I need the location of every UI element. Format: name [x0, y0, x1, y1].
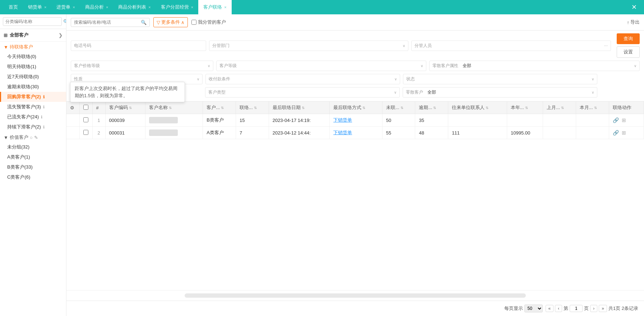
sidebar-item-7days-pending[interactable]: 近7天待联络(0)	[0, 72, 66, 82]
sort-icon-no-contact[interactable]: ⇅	[400, 106, 403, 110]
first-page-button[interactable]: «	[546, 305, 554, 312]
sidebar-all-customers-header[interactable]: ⊞ 全部客户 ❯	[0, 29, 66, 42]
pen-icon[interactable]: ✎	[34, 135, 38, 140]
contact-method-link[interactable]: 下销货单	[333, 130, 352, 135]
action-icon-link[interactable]: 🔗	[613, 117, 619, 123]
settings-col-icon[interactable]: ⚙	[70, 105, 74, 110]
row-checkbox-cell[interactable]	[79, 114, 92, 127]
price-level-field[interactable]: 客户价格等级 ∨	[71, 61, 213, 71]
sort-icon-code[interactable]: ⇅	[129, 106, 132, 110]
sort-icon-name[interactable]: ⇅	[169, 106, 172, 110]
collapse-arrow-icon[interactable]: ❯	[59, 33, 62, 38]
sort-icon-type[interactable]: ⇅	[221, 106, 224, 110]
nav-close-customer-contact[interactable]: ×	[224, 5, 226, 9]
window-close-button[interactable]: ✕	[628, 3, 640, 11]
zero-retail-attr-dropdown[interactable]: ∨	[634, 64, 636, 68]
customer-level-field[interactable]: 客户等级 ∨	[216, 61, 427, 71]
col-customer-type[interactable]: 客户...⇅	[203, 102, 236, 114]
search-input[interactable]	[74, 20, 139, 25]
sort-icon-unit[interactable]: ⇅	[486, 106, 488, 110]
phone-field[interactable]: 电话号码	[71, 41, 206, 51]
dept-dropdown-icon[interactable]: ∨	[403, 44, 405, 48]
sidebar-item-repurchase-anomaly[interactable]: 回购异常客户(2) ℹ	[0, 92, 66, 102]
row-checkbox[interactable]	[83, 130, 88, 135]
nav-purchase-order[interactable]: 进货单 ×	[51, 0, 80, 14]
nav-home[interactable]: 首页	[4, 0, 23, 14]
nav-close-purchase-order[interactable]: ×	[73, 5, 75, 9]
col-this-year[interactable]: 本年...⇅	[507, 102, 543, 114]
sidebar-item-declining-customers[interactable]: 持续下滑客户(2) ℹ	[0, 122, 66, 132]
next-page-button[interactable]: ›	[590, 305, 597, 312]
action-icon-link[interactable]: 🔗	[613, 130, 619, 136]
col-settings[interactable]: ⚙	[66, 102, 79, 114]
status-field[interactable]: 状态 ∨	[403, 74, 598, 84]
zero-retail-dropdown[interactable]: ∨	[592, 90, 594, 94]
sidebar-item-overdue-contact[interactable]: 逾期未联络(30)	[0, 82, 66, 92]
sidebar-item-class-c[interactable]: C类客户(6)	[0, 172, 66, 182]
payment-dropdown-icon[interactable]: ∨	[394, 77, 397, 81]
col-customer-name[interactable]: 客户名称⇅	[145, 102, 203, 114]
sidebar-item-today-pending[interactable]: 今天待联络(0)	[0, 52, 66, 62]
sidebar-item-tomorrow-pending[interactable]: 明天待联络(1)	[0, 62, 66, 72]
sidebar-item-loss-warning[interactable]: 流失预警客户(3) ℹ	[0, 102, 66, 112]
col-last-contact-date[interactable]: 最后联络日期⇅	[269, 102, 330, 114]
my-customers-checkbox[interactable]	[191, 20, 196, 25]
nav-customer-contact[interactable]: 客户联络 ×	[198, 0, 231, 14]
col-overdue[interactable]: 逾期...⇅	[415, 102, 448, 114]
nav-close-sales-order[interactable]: ×	[44, 5, 46, 9]
sort-icon-date[interactable]: ⇅	[302, 106, 305, 110]
search-submit-icon[interactable]: 🔍	[141, 20, 147, 25]
row-last-method-cell[interactable]: 下销货单	[330, 127, 383, 139]
sidebar-item-class-b[interactable]: B类客户(33)	[0, 162, 66, 172]
sort-icon-method[interactable]: ⇅	[362, 106, 365, 110]
person-more-icon[interactable]: ···	[604, 43, 608, 48]
nav-close-product-analysis-list[interactable]: ×	[148, 5, 150, 9]
sidebar-item-lost-customers[interactable]: 已流失客户(24) ℹ	[0, 112, 66, 122]
select-all-checkbox[interactable]	[83, 105, 88, 110]
action-icon-grid[interactable]: ⊞	[622, 130, 626, 136]
contact-method-link[interactable]: 下销货单	[333, 117, 352, 123]
status-dropdown-icon[interactable]: ∨	[592, 77, 594, 81]
col-contact-num[interactable]: 联络...⇅	[236, 102, 269, 114]
prev-page-button[interactable]: ‹	[555, 305, 562, 312]
person-field[interactable]: 分管人员 ···	[411, 41, 611, 51]
my-customers-checkbox-wrap[interactable]: 我分管的客户	[191, 19, 226, 25]
col-this-month[interactable]: 本月...⇅	[576, 102, 609, 114]
row-checkbox-cell[interactable]	[79, 127, 92, 139]
customer-type-dropdown[interactable]: ∨	[394, 90, 397, 94]
nav-close-product-analysis[interactable]: ×	[106, 5, 108, 9]
sort-icon-contact[interactable]: ⇅	[254, 106, 257, 110]
row-last-method-cell[interactable]: 下销货单	[330, 114, 383, 127]
action-icon-grid[interactable]: ⊞	[622, 117, 626, 123]
col-unit-contacts[interactable]: 往来单位联系人⇅	[448, 102, 507, 114]
col-no-contact[interactable]: 未联...⇅	[382, 102, 415, 114]
nav-sales-order[interactable]: 销货单 ×	[23, 0, 51, 14]
row-checkbox[interactable]	[83, 117, 88, 122]
sort-icon-this-month[interactable]: ⇅	[594, 106, 597, 110]
payment-field[interactable]: 收付款条件 ∨	[205, 74, 400, 84]
col-customer-code[interactable]: 客户编码⇅	[105, 102, 145, 114]
nav-product-analysis-list[interactable]: 商品分析列表 ×	[113, 0, 156, 14]
col-last-contact-method[interactable]: 最后联络方式⇅	[330, 102, 383, 114]
sort-icon-overdue[interactable]: ⇅	[433, 106, 436, 110]
sidebar-value-customer-section[interactable]: ▼ 价值客户 ○ ✎	[0, 132, 66, 142]
zero-retail-field[interactable]: 零散客户 全部 ∨	[403, 87, 597, 98]
dept-field[interactable]: 分管部门 ∨	[209, 41, 409, 51]
sidebar-search-icon[interactable]: 🔍	[63, 19, 66, 24]
zero-retail-attr-field[interactable]: 零散客户属性 全部 ∨	[429, 61, 640, 71]
query-button[interactable]: 查询	[617, 33, 640, 44]
sidebar-pending-contact-section[interactable]: ▼ 待联络客户	[0, 42, 66, 52]
nav-customer-segments[interactable]: 客户分层经营 ×	[156, 0, 198, 14]
sort-icon-last-month[interactable]: ⇅	[561, 106, 564, 110]
price-level-dropdown-icon[interactable]: ∨	[208, 64, 210, 68]
col-checkbox[interactable]	[79, 102, 92, 114]
horizontal-scrollbar[interactable]	[185, 293, 526, 298]
nav-close-customer-segments[interactable]: ×	[191, 5, 193, 9]
sidebar-item-ungrouped[interactable]: 未分组(32)	[0, 142, 66, 152]
page-number-input[interactable]	[570, 305, 583, 312]
customer-type-field[interactable]: 客户类型 ∨	[205, 87, 400, 98]
edit-icon[interactable]: ○	[30, 135, 33, 140]
sort-icon-this-year[interactable]: ⇅	[525, 106, 528, 110]
col-last-month[interactable]: 上月...⇅	[543, 102, 576, 114]
settings-button[interactable]: 设置	[617, 46, 640, 58]
